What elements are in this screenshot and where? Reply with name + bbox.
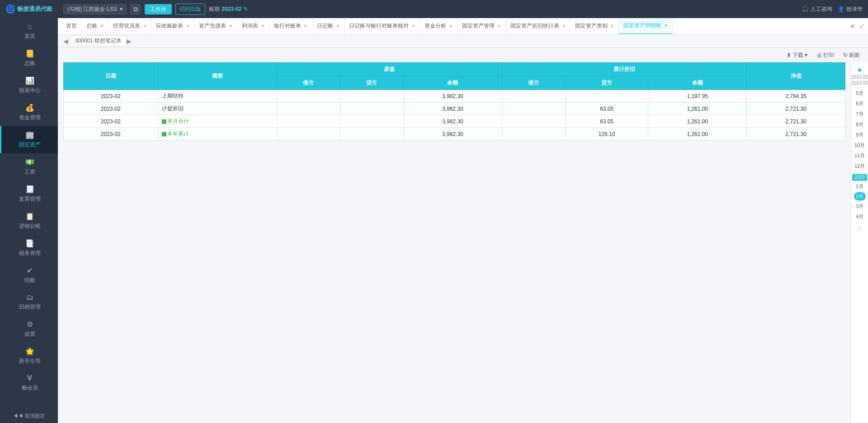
payroll-icon: 💵 — [25, 158, 34, 166]
panel-month-6[interactable]: 6月 — [851, 99, 868, 109]
cell-orig-credit — [340, 90, 403, 103]
breadcrumb-prev[interactable]: ◀ — [63, 38, 68, 45]
cell-accum-credit — [565, 90, 648, 103]
tab-fa-detail-close[interactable]: ✕ — [664, 23, 668, 28]
sidebar-item-tax[interactable]: 📑 税务管理 — [0, 235, 58, 262]
panel-month-10[interactable]: 10月 — [851, 140, 868, 150]
panel-month-11[interactable]: 11月 — [851, 150, 868, 161]
period-edit-icon[interactable]: ✎ — [243, 6, 248, 12]
sidebar-item-label: 工资 — [24, 168, 35, 176]
human-service-btn[interactable]: 🎧 人工咨询 — [802, 5, 832, 13]
tab-fa-depr-stat[interactable]: 固定资产折旧统计表 ✕ — [506, 18, 571, 34]
panel-month-3[interactable]: 3月 — [851, 201, 868, 212]
panel-month-12[interactable]: 12月 — [851, 161, 868, 171]
refresh-button[interactable]: ↻ 刷新 — [840, 51, 863, 60]
sidebar-item-archive[interactable]: 🗂 归档管理 — [0, 289, 58, 315]
panel-month-5[interactable]: 5月 — [851, 88, 868, 99]
sidebar-item-settings[interactable]: ⚙ 设置 — [0, 315, 58, 343]
tab-fund-analysis-close[interactable]: ✕ — [449, 24, 453, 28]
workbench-button[interactable]: 工作台 — [145, 4, 172, 14]
tab-fund-analysis[interactable]: 资金分析 ✕ — [420, 18, 458, 34]
tab-journal-bank-close[interactable]: ✕ — [411, 24, 415, 28]
tab-bank-stmt-close[interactable]: ✕ — [304, 24, 307, 28]
sidebar-item-reports[interactable]: 📊 报表中心 — [0, 72, 58, 99]
panel-date-2: 2023.02 — [851, 80, 868, 86]
sidebar-item-closing[interactable]: ✔ 结账 — [0, 262, 58, 289]
print-icon: 🖨 — [816, 52, 822, 58]
tab-fa-detail[interactable]: 固定资产明细账 ✕ — [619, 18, 673, 34]
panel-year-2023: 2023 — [852, 174, 867, 181]
tab-ledger-close[interactable]: ✕ — [100, 24, 104, 28]
sidebar-item-home[interactable]: ⌂ 首页 — [0, 18, 58, 45]
tab-assets-balance[interactable]: 资产负债表 ✕ — [194, 18, 237, 34]
tab-fa-category[interactable]: 固定资产类别 ✕ — [571, 18, 619, 34]
member-icon: V — [27, 374, 32, 382]
sidebar-item-label: 结账 — [24, 277, 35, 284]
tab-bank-stmt[interactable]: 银行对账单 ✕ — [269, 18, 312, 34]
tab-journal-close[interactable]: ✕ — [336, 24, 340, 28]
panel-up-btn[interactable]: ▲ — [855, 64, 864, 74]
sidebar-item-funds[interactable]: 💰 资金管理 — [0, 99, 58, 126]
panel-month-4[interactable]: 4月 — [851, 212, 868, 222]
sidebar-item-member[interactable]: V 畅会员 — [0, 370, 58, 396]
ledger-icon: 📒 — [25, 49, 34, 58]
tab-fa-category-close[interactable]: ✕ — [610, 24, 614, 28]
sidebar-item-label: 固定资产 — [19, 141, 41, 149]
panel-month-9[interactable]: 9月 — [851, 130, 868, 140]
tab-journal-bank[interactable]: 日记账与银行对账单核对 ✕ — [344, 18, 420, 34]
cell-orig-credit — [340, 103, 403, 115]
cell-net-value: 2,721.30 — [747, 115, 845, 128]
user-menu[interactable]: 👤 徐泽华 — [838, 5, 863, 13]
fa-detail-table: 日期 摘要 原值 累计折旧 净值 借方 贷方 余额 借方 贷方 余额 — [63, 62, 845, 141]
tab-journal[interactable]: 日记账 ✕ — [312, 18, 344, 34]
tab-fa-mgmt-close[interactable]: ✕ — [497, 24, 501, 28]
oldver-button[interactable]: 切到旧版 — [175, 4, 205, 15]
sidebar-item-sales[interactable]: 📋 进销台账 — [0, 207, 58, 235]
sidebar-item-invoice[interactable]: 🧾 发票管理 — [0, 180, 58, 207]
panel-month-8[interactable]: 8月 — [851, 119, 868, 130]
tab-receivable-close[interactable]: ✕ — [186, 24, 189, 28]
tab-ledger[interactable]: 总账 ✕ — [82, 18, 108, 34]
download-button[interactable]: ⬇ 下载 ▾ — [784, 51, 810, 60]
cell-accum-debit — [502, 115, 565, 128]
sidebar-item-ledger[interactable]: 📒 总账 — [0, 45, 58, 72]
sidebar-item-label: 发票管理 — [19, 195, 41, 203]
download-icon: ⬇ — [787, 52, 791, 58]
cell-orig-balance: 3,982.30 — [404, 103, 502, 115]
copy-icon-btn[interactable]: ⧉ — [130, 4, 141, 14]
cell-accum-balance: 1,261.00 — [648, 103, 747, 115]
tab-receivable[interactable]: 应收账龄表 ✕ — [151, 18, 194, 34]
col-accum-credit: 贷方 — [565, 76, 648, 90]
pin-button[interactable]: ◀◀ 取消固定 — [0, 409, 58, 423]
cell-summary: 计提折旧 — [158, 103, 277, 115]
sidebar: ⌂ 首页 📒 总账 📊 报表中心 💰 资金管理 🏢 固定资产 💵 工资 🧾 发票… — [0, 18, 58, 423]
tab-expand-icon[interactable]: ⤢ — [859, 23, 864, 30]
tab-assets-balance-close[interactable]: ✕ — [229, 24, 232, 28]
tab-close-all-icon[interactable]: ✕ — [850, 23, 855, 30]
tab-fa-depr-stat-close[interactable]: ✕ — [562, 24, 566, 28]
cell-date: 2023-02 — [64, 90, 158, 103]
tab-bizstatus-close[interactable]: ✕ — [143, 24, 146, 28]
tab-bizstatus[interactable]: 经营状况表 ✕ — [108, 18, 151, 34]
company-selector[interactable]: (勾稽) 江西服金-LSS ▾ — [63, 4, 127, 14]
sidebar-item-guide[interactable]: 🌟 新手引导 — [0, 343, 58, 370]
cell-date: 2023-02 — [64, 115, 158, 128]
tab-fa-mgmt[interactable]: 固定资产管理 ✕ — [458, 18, 506, 34]
print-button[interactable]: 🖨 打印 — [814, 51, 837, 60]
cell-accum-credit: 63.05 — [565, 103, 648, 115]
panel-month-7[interactable]: 7月 — [851, 109, 868, 119]
panel-month-1[interactable]: 1月 — [851, 181, 868, 192]
sidebar-item-fixed-assets[interactable]: 🏢 固定资产 — [0, 126, 58, 153]
table-container[interactable]: 日期 摘要 原值 累计折旧 净值 借方 贷方 余额 借方 贷方 余额 — [58, 62, 851, 423]
breadcrumb-next[interactable]: ▶ — [127, 38, 132, 45]
tab-profit[interactable]: 利润表 ✕ — [237, 18, 269, 34]
cell-accum-debit — [502, 128, 565, 141]
tab-profit-close[interactable]: ✕ — [261, 24, 264, 28]
panel-bottom-icon[interactable]: ○ — [855, 222, 864, 235]
panel-month-2-active[interactable]: 2月 — [854, 192, 866, 201]
logo-icon: 🌀 — [5, 4, 15, 14]
sidebar-item-payroll[interactable]: 💵 工资 — [0, 153, 58, 180]
tab-home[interactable]: 首页 — [61, 18, 82, 34]
cell-accum-debit — [502, 103, 565, 115]
cell-accum-balance: 1,261.00 — [648, 115, 747, 128]
